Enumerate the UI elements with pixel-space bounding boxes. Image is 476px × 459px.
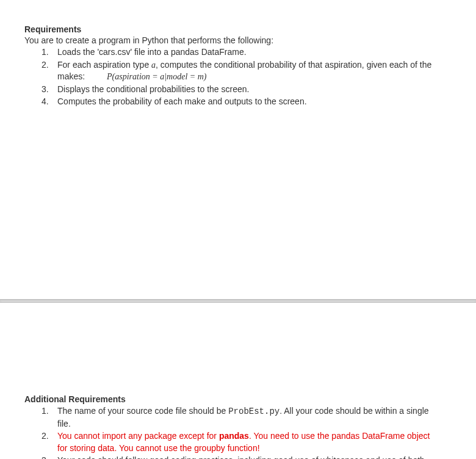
list-item: 3. Your code should follow good coding p… — [41, 455, 439, 459]
list-item: 2. You cannot import any package except … — [41, 430, 439, 454]
item-text: Displays the conditional probabilities t… — [57, 84, 249, 94]
requirements-list: 1. Loads the 'cars.csv' file into a pand… — [24, 46, 439, 108]
requirements-intro: You are to create a program in Python th… — [24, 35, 439, 45]
requirements-heading: Requirements — [24, 24, 439, 34]
item-text: Loads the 'cars.csv' file into a pandas … — [57, 47, 247, 57]
pandas-keyword: pandas — [219, 431, 249, 441]
additional-requirements-list: 1. The name of your source code file sho… — [24, 405, 439, 459]
list-item: 1. Loads the 'cars.csv' file into a pand… — [41, 46, 439, 59]
item-number: 1. — [41, 46, 54, 59]
item-number: 4. — [41, 96, 54, 108]
filename: ProbEst.py — [228, 407, 279, 416]
item-number: 1. — [41, 405, 54, 417]
item-text: Computes the probability of each make an… — [57, 96, 307, 106]
list-item: 3. Displays the conditional probabilitie… — [41, 84, 439, 96]
item-text: The name of your source code file should… — [57, 406, 429, 428]
list-item: 4. Computes the probability of each make… — [41, 96, 439, 108]
item-number: 2. — [41, 59, 54, 71]
item-number: 3. — [41, 455, 54, 459]
item-number: 2. — [41, 430, 54, 443]
page-2: Additional Requirements 1. The name of y… — [0, 303, 476, 459]
page-spacer — [24, 327, 439, 394]
list-item: 2. For each aspiration type a, computes … — [41, 59, 439, 83]
page-1: Requirements You are to create a program… — [0, 0, 476, 299]
additional-requirements-heading: Additional Requirements — [24, 394, 439, 404]
list-item: 1. The name of your source code file sho… — [41, 405, 439, 430]
item-number: 3. — [41, 84, 54, 96]
probability-formula: P(aspiration = a|model = m) — [87, 72, 207, 81]
item-text: Your code should follow good coding prac… — [57, 455, 425, 459]
item-text: For each aspiration type a, computes the… — [57, 60, 431, 82]
item-text-warning: You cannot import any package except for… — [57, 431, 430, 453]
